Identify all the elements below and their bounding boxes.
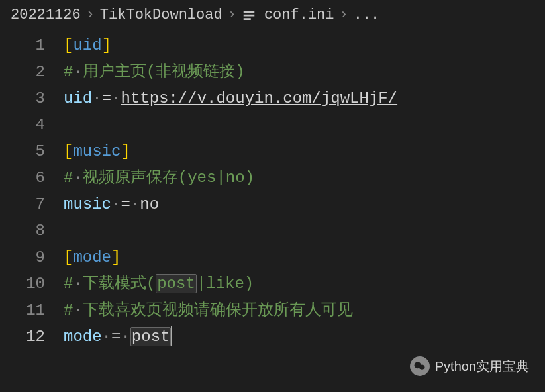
comment-text: 视频原声保存(yes|no) [83, 169, 254, 187]
svg-point-1 [419, 365, 424, 370]
equals: = [111, 328, 121, 346]
whitespace-dot: · [111, 89, 121, 107]
code-line[interactable]: mode·=·post [64, 324, 545, 350]
line-number: 4 [0, 112, 45, 138]
code-line[interactable]: uid·=·https://v.douyin.com/jqwLHjF/ [64, 85, 545, 112]
equals: = [121, 195, 130, 213]
bracket-icon: [ [64, 36, 73, 54]
code-line[interactable] [64, 112, 545, 138]
highlighted-value: post [130, 327, 172, 346]
whitespace-dot: · [111, 195, 121, 213]
chevron-right-icon: › [86, 7, 95, 23]
whitespace-dot: · [73, 63, 82, 81]
file-icon [242, 8, 256, 23]
line-number: 6 [0, 165, 45, 191]
wechat-icon [410, 356, 430, 376]
comment-text: 下载模式( [83, 275, 156, 293]
key: mode [64, 328, 102, 346]
bracket-icon: [ [64, 142, 73, 160]
whitespace-dot: · [102, 328, 111, 346]
line-number: 12 [0, 324, 45, 350]
whitespace-dot: · [73, 275, 82, 293]
whitespace-dot: · [73, 169, 82, 187]
code-line[interactable]: #·下载喜欢页视频请确保开放所有人可见 [64, 297, 545, 324]
key: music [64, 195, 111, 213]
code-line[interactable]: #·用户主页(非视频链接) [64, 59, 545, 85]
bracket-icon: ] [121, 142, 130, 160]
watermark-text: Python实用宝典 [435, 358, 529, 375]
whitespace-dot: · [73, 301, 82, 319]
breadcrumb[interactable]: 20221126 › TikTokDownload › conf.ini › .… [0, 0, 545, 30]
code-line[interactable]: [music] [64, 138, 545, 165]
chevron-right-icon: › [340, 7, 348, 23]
whitespace-dot: · [121, 328, 130, 346]
section-name: uid [73, 36, 101, 54]
code-area[interactable]: [uid]#·用户主页(非视频链接)uid·=·https://v.douyin… [64, 32, 545, 350]
bracket-icon: ] [111, 248, 121, 266]
code-line[interactable]: [uid] [64, 32, 545, 59]
comment: # [64, 275, 73, 293]
chevron-right-icon: › [228, 7, 236, 23]
whitespace-dot: · [130, 195, 140, 213]
line-number: 3 [0, 85, 45, 112]
editor[interactable]: 123456789101112 [uid]#·用户主页(非视频链接)uid·=·… [0, 30, 545, 350]
value: https://v.douyin.com/jqwLHjF/ [121, 89, 397, 107]
equals: = [102, 89, 111, 107]
comment-text: 用户主页(非视频链接) [83, 63, 245, 81]
code-line[interactable]: #·下载模式(post|like) [64, 271, 545, 297]
breadcrumb-item[interactable]: 20221126 [11, 7, 81, 23]
value: no [140, 195, 159, 213]
highlighted-word: post [156, 274, 197, 293]
code-line[interactable]: [mode] [64, 244, 545, 271]
breadcrumb-item[interactable]: conf.ini [264, 7, 334, 23]
line-number: 2 [0, 59, 45, 85]
section-name: mode [73, 248, 111, 266]
line-number: 5 [0, 138, 45, 165]
line-number: 9 [0, 244, 45, 271]
bracket-icon: [ [64, 248, 73, 266]
line-number: 1 [0, 32, 45, 59]
line-number: 10 [0, 271, 45, 297]
gutter: 123456789101112 [0, 32, 64, 350]
section-name: music [73, 142, 121, 160]
bracket-icon: ] [102, 36, 111, 54]
comment: # [64, 301, 73, 319]
comment: # [64, 63, 73, 81]
whitespace-dot: · [92, 89, 101, 107]
key: uid [64, 89, 92, 107]
comment: # [64, 169, 73, 187]
line-number: 11 [0, 297, 45, 324]
line-number: 8 [0, 218, 45, 244]
code-line[interactable]: #·视频原声保存(yes|no) [64, 165, 545, 191]
code-line[interactable]: music·=·no [64, 191, 545, 218]
comment-text: 下载喜欢页视频请确保开放所有人可见 [83, 301, 353, 319]
comment-text: |like) [197, 275, 254, 293]
breadcrumb-item[interactable]: ... [354, 7, 380, 23]
breadcrumb-item[interactable]: TikTokDownload [100, 7, 223, 23]
line-number: 7 [0, 191, 45, 218]
watermark: Python实用宝典 [410, 356, 529, 376]
cursor [171, 326, 172, 346]
code-line[interactable] [64, 218, 545, 244]
